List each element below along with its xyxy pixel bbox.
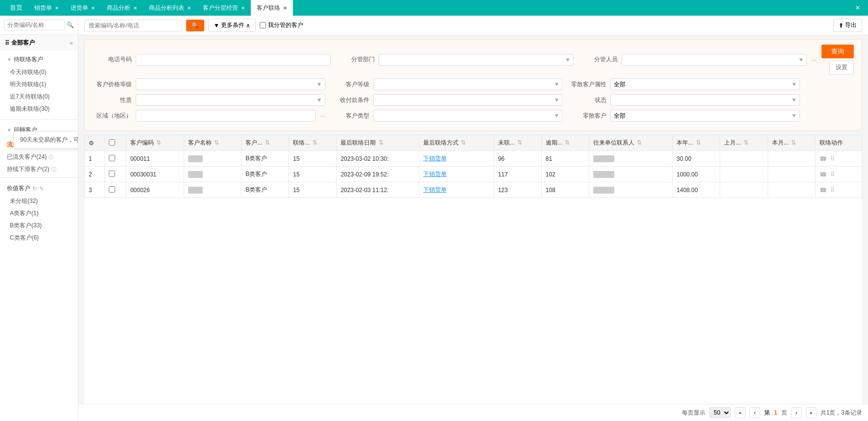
close-tab-customer-layer[interactable]: ✕ xyxy=(241,5,245,11)
refresh-icon[interactable]: ↻ xyxy=(32,185,37,192)
row3-more-icon[interactable]: ⠿ xyxy=(830,187,835,194)
select-all-checkbox[interactable] xyxy=(109,139,115,146)
nav-tab-customer-layer[interactable]: 客户分层经营 ✕ xyxy=(197,0,251,16)
nav-tab-sales[interactable]: 销货单 ✕ xyxy=(28,0,65,16)
sidebar-item-declining[interactable]: 持续下滑客户(2) ⓘ xyxy=(0,163,78,175)
row1-method-link[interactable]: 下销货单 xyxy=(423,155,447,162)
page-size-select[interactable]: 50 xyxy=(709,407,731,418)
row3-method-link[interactable]: 下销货单 xyxy=(423,186,447,193)
row2-more-icon[interactable]: ⠿ xyxy=(830,171,835,178)
manager-label: 分管人员 xyxy=(579,55,618,64)
close-tab-purchase[interactable]: ✕ xyxy=(91,5,95,11)
prev-page-button[interactable]: ‹ xyxy=(749,407,760,418)
row2-check[interactable] xyxy=(109,171,115,177)
row1-name-blurred xyxy=(188,155,203,162)
this-month-col-header[interactable]: 本月... ⇅ xyxy=(768,135,815,151)
close-all-tabs[interactable]: ✕ xyxy=(851,4,864,11)
close-tab-analysis-list[interactable]: ✕ xyxy=(187,5,191,11)
scattered-attr-select[interactable]: 全部 xyxy=(610,78,800,90)
customer-type-select[interactable] xyxy=(373,110,563,122)
filter-field-phone: 电话号码 xyxy=(93,54,331,66)
nav-tab-analysis[interactable]: 商品分析 ✕ xyxy=(101,0,143,16)
sidebar-all-customers[interactable]: ⠿ 全部客户 « xyxy=(0,35,78,51)
sidebar-search-icon[interactable]: 🔍 xyxy=(67,22,74,28)
collapse-icon[interactable]: « xyxy=(70,40,73,47)
type-col-header[interactable]: 客户... ⇅ xyxy=(241,135,289,151)
row3-check[interactable] xyxy=(109,186,115,193)
dept-select[interactable] xyxy=(379,54,574,66)
customer-level-select[interactable] xyxy=(373,78,563,90)
filter-bar: 🔍 ▼ 更多条件 ∧ 我分管的客户 ⬆ 导出 xyxy=(78,16,868,35)
region-input[interactable] xyxy=(136,110,315,122)
sidebar-item-churned[interactable]: 已流失客户(24) ⓘ xyxy=(0,151,78,163)
price-level-select[interactable] xyxy=(136,78,325,90)
row1-call-icon[interactable]: ☎ xyxy=(820,155,827,162)
settings-button[interactable]: 设置 xyxy=(829,60,854,74)
export-button[interactable]: ⬆ 导出 xyxy=(833,19,862,32)
my-customers-checkbox[interactable]: 我分管的客户 xyxy=(260,21,303,29)
sidebar-item-ungrouped[interactable]: 未分组(32) xyxy=(0,195,78,207)
sidebar-pending-header[interactable]: ▼ 待联络客户 xyxy=(0,53,78,66)
nav-tab-analysis-list[interactable]: 商品分析列表 ✕ xyxy=(143,0,197,16)
search-input[interactable] xyxy=(84,20,182,31)
close-tab-customer-contact[interactable]: ✕ xyxy=(283,5,287,11)
more-icon-manager[interactable]: ··· xyxy=(811,56,817,64)
row3-call-icon[interactable]: ☎ xyxy=(820,187,827,194)
sidebar-item-overdue[interactable]: 逾期未联络(30) xyxy=(0,103,78,115)
edit-icon[interactable]: ✎ xyxy=(39,185,44,192)
my-customers-check[interactable] xyxy=(260,22,266,28)
sidebar-value-header[interactable]: 价值客户 ↻ ✎ xyxy=(0,182,78,195)
row1-check[interactable] xyxy=(109,155,115,161)
row2-method-link[interactable]: 下销货单 xyxy=(423,171,447,177)
info-icon-2: ⓘ xyxy=(51,166,56,173)
filter-field-customer-level: 客户等级 ▼ xyxy=(330,78,563,90)
manager-select[interactable] xyxy=(622,54,807,66)
overdue-col-header[interactable]: 逾期... ⇅ xyxy=(541,135,589,151)
close-tab-sales[interactable]: ✕ xyxy=(55,5,59,11)
nav-tab-purchase[interactable]: 进货单 ✕ xyxy=(65,0,101,16)
table-row: 3 000026 B类客户 15 2023-02-03 11:12: 下销货单 … xyxy=(85,182,862,198)
sidebar-item-7days[interactable]: 近7天待联络(0) xyxy=(0,91,78,103)
person-col-header[interactable]: 往来单位联系人 ⇅ xyxy=(589,135,672,151)
status-select[interactable] xyxy=(610,94,800,106)
filter-row-1: 电话号码 分管部门 ▼ 分管人员 ▼ ··· xyxy=(93,45,854,74)
settings-col-header[interactable]: ⚙ xyxy=(85,135,105,151)
sidebar-item-type-b[interactable]: B类客户(33) xyxy=(0,220,78,232)
sidebar-item-tomorrow[interactable]: 明天待联络(1) xyxy=(0,78,78,91)
row3-name-blurred xyxy=(188,187,203,194)
contact-col-header[interactable]: 联络... ⇅ xyxy=(289,135,337,151)
sidebar-item-today[interactable]: 今天待联络(0) xyxy=(0,66,78,78)
next-page-button[interactable]: › xyxy=(791,407,802,418)
first-page-button[interactable]: « xyxy=(735,407,746,418)
last-page-button[interactable]: » xyxy=(806,407,817,418)
filter-field-payment: 收付款条件 ▼ xyxy=(330,94,563,106)
code-col-header[interactable]: 客户编码 ⇅ xyxy=(126,135,184,151)
row2-call-icon[interactable]: ☎ xyxy=(820,171,827,178)
this-year-col-header[interactable]: 本年... ⇅ xyxy=(673,135,720,151)
more-icon-region[interactable]: ··· xyxy=(319,112,325,120)
filter-icon: ▼ xyxy=(214,22,219,29)
row1-action: ☎ ⠿ xyxy=(815,151,862,167)
uncontacted-col-header[interactable]: 未联... ⇅ xyxy=(494,135,541,151)
more-conditions-button[interactable]: ▼ 更多条件 ∧ xyxy=(208,19,256,32)
last-method-col-header[interactable]: 最后联络方式 ⇅ xyxy=(419,135,494,151)
payment-label: 收付款条件 xyxy=(330,96,369,104)
last-month-col-header[interactable]: 上月... ⇅ xyxy=(720,135,768,151)
search-button[interactable]: 🔍 xyxy=(186,20,204,31)
query-button[interactable]: 查询 xyxy=(821,45,854,58)
row1-overdue: 81 xyxy=(541,151,589,167)
nav-home[interactable]: 首页 xyxy=(4,0,28,15)
scattered-customer-select[interactable]: 全部 xyxy=(610,110,800,122)
nature-select[interactable] xyxy=(136,94,325,106)
row2-this-month xyxy=(768,167,815,182)
phone-input[interactable] xyxy=(136,54,331,66)
last-date-col-header[interactable]: 最后联络日期 ⇅ xyxy=(337,135,419,151)
name-col-header[interactable]: 客户名称 ⇅ xyxy=(184,135,241,151)
sidebar-item-type-c[interactable]: C类客户(6) xyxy=(0,232,78,244)
row1-more-icon[interactable]: ⠿ xyxy=(830,155,835,162)
nav-tab-customer-contact[interactable]: 客户联络 ✕ xyxy=(251,0,293,16)
close-tab-analysis[interactable]: ✕ xyxy=(133,5,137,11)
sidebar-search-input[interactable] xyxy=(4,20,65,30)
sidebar-item-type-a[interactable]: A类客户(1) xyxy=(0,207,78,220)
payment-select[interactable] xyxy=(373,94,563,106)
